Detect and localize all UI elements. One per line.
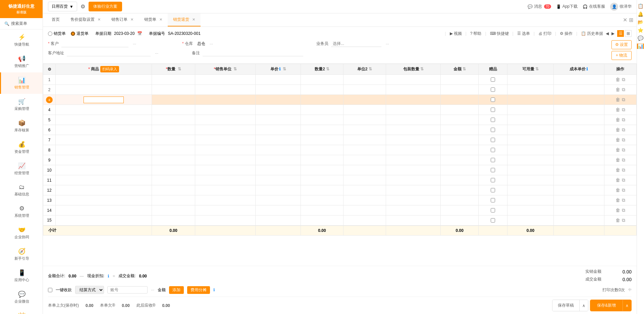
quantity-cell[interactable]: [152, 75, 195, 85]
scan-button[interactable]: 扫码录入: [100, 66, 119, 72]
delete-icon[interactable]: 🗑: [615, 97, 620, 103]
sort-icon[interactable]: ⇅: [463, 67, 466, 71]
qty2-cell[interactable]: [301, 95, 343, 105]
sidebar-item-purchase[interactable]: 🛒 采购管理: [0, 94, 43, 115]
sidebar-item-operation[interactable]: 📈 经营管理: [0, 158, 43, 180]
copy-icon[interactable]: ⧉: [622, 87, 625, 92]
account-input[interactable]: [107, 286, 148, 294]
radio-return-input[interactable]: [71, 32, 75, 36]
close-all-icon[interactable]: ✕: [623, 17, 627, 23]
sidebar-item-enterprise[interactable]: 🤝 企业协同: [0, 222, 43, 244]
gift-checkbox[interactable]: [491, 208, 495, 212]
search-menu[interactable]: 🔍 搜索菜单: [0, 18, 43, 29]
unit2-cell[interactable]: [343, 95, 386, 105]
product-input[interactable]: [84, 97, 124, 103]
sort-icon[interactable]: ⇅: [326, 67, 329, 71]
tab-sales-out[interactable]: 销货单 ✕: [139, 13, 168, 26]
delete-icon[interactable]: 🗑: [615, 197, 620, 203]
delete-icon[interactable]: 🗑: [615, 187, 620, 193]
available-cell[interactable]: [507, 75, 553, 85]
sort-icon[interactable]: ⇅: [233, 67, 237, 71]
sidebar-item-inventory[interactable]: 📦 库存核算: [0, 115, 43, 137]
sort-icon[interactable]: ⇅: [283, 67, 286, 71]
product-cell[interactable]: [56, 85, 152, 95]
account-dots[interactable]: ···: [151, 288, 154, 292]
fee-split-button[interactable]: 费用分摊: [187, 286, 210, 294]
delete-icon[interactable]: 🗑: [615, 137, 620, 143]
note-input[interactable]: [203, 50, 303, 56]
salesperson-input[interactable]: [331, 41, 381, 47]
delete-icon[interactable]: 🗑: [615, 167, 620, 173]
pack-cell[interactable]: [386, 95, 440, 105]
rq-icon-4[interactable]: ⭐: [638, 27, 643, 33]
delete-icon[interactable]: 🗑: [615, 77, 620, 82]
sidebar-item-sales[interactable]: 📊 销售管理: [0, 72, 43, 94]
sort-icon[interactable]: ⇅: [420, 67, 424, 71]
sidebar-item-app-center[interactable]: 📱 应用中心: [0, 265, 43, 287]
delete-icon[interactable]: 🗑: [615, 157, 620, 163]
notice-item[interactable]: 💬 消息 70: [528, 4, 551, 9]
print-btn[interactable]: 🖨 打印: [538, 31, 551, 37]
product-cell-active[interactable]: [56, 95, 152, 105]
copy-icon[interactable]: ⧉: [622, 127, 625, 133]
app-download-item[interactable]: 📱 App下载: [556, 4, 578, 9]
one-click-payment-checkbox[interactable]: [48, 288, 52, 292]
shortcut-btn[interactable]: ⌨ 快捷键: [490, 31, 509, 37]
warehouse-dots[interactable]: ···: [210, 42, 213, 46]
copy-icon[interactable]: ⧉: [622, 167, 625, 173]
user-item[interactable]: 👤 徐泽华: [610, 3, 632, 11]
service-item[interactable]: 🎧 在线客服: [583, 4, 605, 9]
maximize-icon[interactable]: ⊞: [629, 17, 633, 23]
history-btn[interactable]: 📋 历史单据: [581, 31, 603, 37]
rq-icon-6[interactable]: 📊: [637, 44, 644, 49]
video-btn[interactable]: ▶ 视频: [450, 31, 462, 37]
sort-icon[interactable]: ⇅: [369, 67, 372, 71]
copy-icon[interactable]: ⧉: [622, 177, 625, 183]
close-icon[interactable]: ✕: [192, 17, 195, 22]
copy-icon[interactable]: ⧉: [622, 97, 625, 103]
fee-info-icon[interactable]: ℹ: [213, 288, 215, 292]
unit2-cell[interactable]: [343, 75, 386, 85]
radio-sales[interactable]: 销货单: [48, 31, 66, 37]
sidebar-item-newbie[interactable]: 🧭 新手引导: [0, 244, 43, 265]
copy-icon[interactable]: ⧉: [622, 77, 625, 82]
sidebar-item-marketing[interactable]: 📢 营销推广: [0, 51, 43, 72]
setting-button[interactable]: ⚙ 设置: [611, 40, 632, 49]
tab-sales-return[interactable]: 销货退货 ✕: [168, 13, 201, 26]
save-draft-button[interactable]: 保存草稿: [552, 300, 579, 311]
cost-cell[interactable]: [554, 85, 604, 95]
product-cell[interactable]: [56, 75, 152, 85]
next-icon[interactable]: ▶: [611, 31, 614, 36]
industry-dropdown[interactable]: 日用百货 ▼: [48, 2, 77, 11]
sidebar-item-basic[interactable]: 🗂 基础信息: [0, 180, 43, 201]
qty2-cell[interactable]: [301, 75, 343, 85]
amount-cell[interactable]: [441, 85, 479, 95]
copy-icon[interactable]: ⧉: [622, 187, 625, 193]
gift-checkbox[interactable]: [491, 178, 495, 182]
save-new-button[interactable]: 保存&新增: [590, 300, 623, 311]
copy-icon[interactable]: ⧉: [622, 217, 625, 223]
rq-icon-5[interactable]: 💬: [638, 36, 643, 41]
trial-btn[interactable]: 体验行业方案: [89, 2, 122, 11]
sidebar-item-system[interactable]: ⚙ 系统管理: [0, 201, 43, 222]
sort-icon[interactable]: ⇅: [535, 67, 539, 71]
gift-checkbox[interactable]: [491, 77, 495, 82]
unit-cell[interactable]: [195, 85, 256, 95]
sort-icon[interactable]: ⇅: [178, 67, 181, 71]
copy-icon[interactable]: ⧉: [622, 197, 625, 203]
customer-input[interactable]: [61, 40, 128, 47]
sidebar-item-finance[interactable]: 💰 资金管理: [0, 137, 43, 158]
address-dots[interactable]: ···: [155, 51, 158, 56]
amount-cell[interactable]: [441, 95, 479, 105]
unit-cell[interactable]: [195, 95, 256, 105]
add-row-button[interactable]: +: [46, 97, 53, 103]
address-input[interactable]: [67, 50, 151, 56]
quantity-cell[interactable]: [152, 85, 195, 95]
action-btn[interactable]: ⚙ 操作: [560, 31, 573, 37]
delete-icon[interactable]: 🗑: [615, 207, 620, 213]
help-btn[interactable]: ? 帮助: [470, 31, 482, 37]
customer-dots[interactable]: ···: [133, 42, 136, 46]
grid-view-icon[interactable]: ⊞: [625, 30, 632, 37]
amount-cell[interactable]: [441, 75, 479, 85]
pack-cell[interactable]: [386, 85, 440, 95]
